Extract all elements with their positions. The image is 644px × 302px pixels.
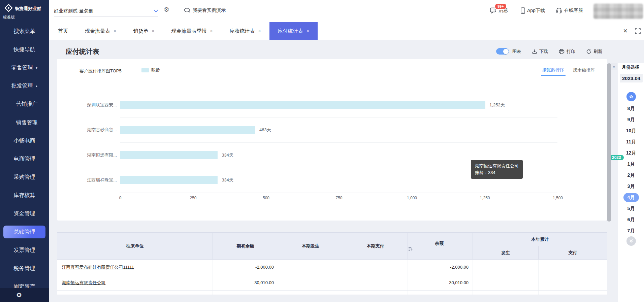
messages-button[interactable]: 99+ 消息 bbox=[490, 7, 508, 13]
year-badge: 2023 bbox=[609, 155, 624, 160]
sidebar-item[interactable]: 总账管理 bbox=[0, 223, 49, 241]
table-cell-value bbox=[343, 260, 408, 275]
sidebar-item[interactable]: 税务管理 bbox=[0, 259, 49, 277]
month-item[interactable]: 8月 bbox=[618, 103, 644, 114]
sidebar-item[interactable]: 批发管理▴ bbox=[0, 77, 49, 95]
panel-collapse-icon[interactable]: » bbox=[610, 63, 617, 70]
scroll-up-icon[interactable] bbox=[626, 92, 636, 101]
tab-label: 应收统计表 bbox=[230, 28, 255, 34]
month-item[interactable]: 2月 bbox=[618, 170, 644, 181]
month-item[interactable]: 10月 bbox=[618, 125, 644, 136]
table-cell-name: 江西真可爱布娃娃有限责任公司11111 bbox=[57, 260, 213, 275]
app-download-label: App下载 bbox=[527, 8, 545, 14]
tab-item[interactable]: 首页 bbox=[50, 22, 76, 40]
tab-close-icon[interactable]: × bbox=[258, 28, 261, 34]
month-item[interactable]: 9月 bbox=[618, 114, 644, 125]
month-item[interactable]: 11月 bbox=[618, 136, 644, 147]
sidebar-item-label: 小畅电商 bbox=[14, 137, 35, 144]
print-button[interactable]: 打印 bbox=[559, 48, 575, 55]
user-avatar[interactable] bbox=[593, 4, 643, 19]
settings-gear-icon[interactable]: ⚙ bbox=[164, 6, 169, 13]
table-cell-value bbox=[539, 260, 607, 275]
month-item[interactable]: 3月 bbox=[618, 181, 644, 192]
sort-tab[interactable]: 按账龄排序 bbox=[542, 67, 564, 76]
month-item[interactable]: 5月 bbox=[618, 203, 644, 214]
chart-bar[interactable] bbox=[120, 126, 255, 134]
chart-bar[interactable] bbox=[120, 101, 485, 109]
sidebar-item-label: 税务管理 bbox=[14, 265, 35, 272]
sidebar-item-label: 采购管理 bbox=[14, 174, 35, 181]
chart-view-toggle[interactable] bbox=[496, 48, 509, 55]
tab-item[interactable]: 现金流量表季报× bbox=[163, 22, 221, 40]
sidebar-item-label: 零售管理 bbox=[11, 64, 33, 71]
month-item[interactable]: 7月 bbox=[618, 225, 644, 236]
sidebar-item-label: 库存核算 bbox=[14, 192, 35, 199]
table-cell-value bbox=[278, 291, 343, 295]
sidebar-gear-icon[interactable]: ⚙ bbox=[16, 292, 22, 298]
column-header: 余额 bbox=[408, 233, 473, 260]
month-item[interactable]: 6月 bbox=[618, 214, 644, 225]
fullscreen-icon[interactable] bbox=[635, 28, 641, 34]
scroll-down-icon[interactable] bbox=[626, 236, 636, 246]
chart-category-label: 深圳联宝西安... bbox=[87, 102, 117, 108]
chart-toggle-label: 图表 bbox=[512, 48, 521, 55]
sidebar-item[interactable]: 电商管理 bbox=[0, 150, 49, 168]
headset-icon bbox=[556, 7, 562, 13]
download-button[interactable]: 下载 bbox=[532, 48, 548, 55]
sidebar-item[interactable]: 采购管理 bbox=[0, 168, 49, 187]
tab-item[interactable]: 应收统计表× bbox=[221, 22, 269, 40]
sidebar-item[interactable]: 搜索菜单 bbox=[0, 22, 49, 40]
divider bbox=[178, 7, 178, 15]
x-axis-tick-label: 0 bbox=[119, 196, 122, 200]
online-support-button[interactable]: 在线客服 bbox=[556, 7, 583, 13]
tab-item[interactable]: 现金流量表× bbox=[76, 22, 125, 40]
legend-label: 账龄 bbox=[151, 67, 160, 73]
tab-label: 现金流量表季报 bbox=[171, 28, 206, 34]
account-selector[interactable]: 好业财测试-量勿删 bbox=[54, 5, 158, 17]
table-cell-value bbox=[408, 291, 473, 295]
chart-bar[interactable] bbox=[120, 151, 218, 159]
month-item-selected[interactable]: 4月 bbox=[618, 192, 644, 203]
customer-link[interactable]: 湖南恒远有限责任公司 bbox=[62, 280, 106, 285]
tab-close-icon[interactable]: × bbox=[307, 28, 309, 34]
table-row: 湖南恒远有限责任公司30,010.0030,010.00 bbox=[57, 275, 607, 291]
sidebar-item[interactable]: 小畅电商 bbox=[0, 132, 49, 150]
vertical-scrollbar[interactable] bbox=[607, 63, 611, 222]
demo-link[interactable]: 我要看实例演示 bbox=[184, 7, 226, 13]
sidebar-item[interactable]: 销售管理 bbox=[0, 113, 49, 132]
table-cell-value bbox=[343, 275, 408, 291]
refresh-label: 刷新 bbox=[593, 48, 602, 55]
sidebar-item-label: 资金管理 bbox=[14, 210, 35, 217]
sort-tab[interactable]: 按余额排序 bbox=[573, 67, 595, 76]
sidebar-item[interactable]: 库存核算 bbox=[0, 187, 49, 205]
x-axis-tick-label: 500 bbox=[263, 196, 269, 200]
chart-bar[interactable] bbox=[120, 176, 218, 184]
table-cell-value bbox=[343, 291, 408, 295]
tab-active[interactable]: 应付统计表× bbox=[269, 22, 318, 40]
sidebar-item[interactable]: 发票管理 bbox=[0, 241, 49, 259]
tab-close-icon[interactable]: × bbox=[152, 28, 154, 34]
table-cell-value bbox=[278, 260, 343, 275]
tab-close-icon[interactable]: × bbox=[210, 28, 213, 34]
tab-actions: × bbox=[623, 22, 641, 40]
app-download-button[interactable]: App下载 bbox=[521, 7, 545, 14]
refresh-button[interactable]: 刷新 bbox=[586, 48, 602, 55]
close-icon[interactable]: × bbox=[623, 27, 627, 35]
sidebar-item-label: 发票管理 bbox=[14, 247, 35, 254]
chevron-down-icon bbox=[154, 9, 158, 12]
customer-link[interactable]: 江西真可爱布娃娃有限责任公司11111 bbox=[62, 265, 134, 270]
chart-category-label: 江西瑞祥珠宝... bbox=[87, 177, 117, 183]
tab-item[interactable]: 销货单× bbox=[125, 22, 163, 40]
payables-chart-card: 客户应付排序图TOP5 账龄 按账龄排序按余额排序 深圳联宝西安...1,252… bbox=[57, 59, 607, 221]
sidebar-item[interactable]: 快捷导航 bbox=[0, 40, 49, 59]
x-axis-tick-label: 750 bbox=[335, 196, 342, 200]
table-row: 江西真可爱布娃娃有限责任公司11111-2,000.00-2,000.00 bbox=[57, 260, 607, 275]
sort-icon[interactable] bbox=[408, 246, 473, 251]
sidebar-item[interactable]: 资金管理 bbox=[0, 205, 49, 223]
sidebar-item[interactable]: 零售管理▾ bbox=[0, 59, 49, 77]
sidebar-item[interactable]: 营销推广 bbox=[0, 95, 49, 113]
tab-close-icon[interactable]: × bbox=[114, 28, 116, 34]
month-item[interactable]: 1月 bbox=[618, 159, 644, 170]
brand-name: 畅捷通好业财 bbox=[15, 6, 41, 12]
app-root: { "brand": { "name": "畅捷通好业财", "edition"… bbox=[0, 0, 644, 302]
